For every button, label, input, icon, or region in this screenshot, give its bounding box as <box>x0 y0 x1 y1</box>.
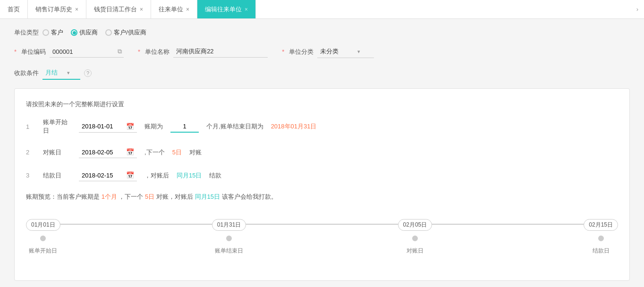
tab-home[interactable]: 首页 <box>0 0 28 18</box>
tab-sales-order-history[interactable]: 销售订单历史 × <box>28 0 86 18</box>
radio-supplier[interactable]: 供应商 <box>71 28 98 37</box>
required-star: * <box>138 48 140 55</box>
node-date-1: 01月31日 <box>212 219 246 231</box>
help-icon[interactable]: ? <box>84 69 92 77</box>
unit-name-input[interactable] <box>173 46 268 58</box>
period-input[interactable] <box>170 121 199 133</box>
reconcile-date-input[interactable] <box>82 149 124 156</box>
timeline-nodes: 01月01日 账单开始日 01月31日 账单结束日 02月05日 对账日 02月… <box>26 220 618 255</box>
card-title: 请按照未来的一个完整帐期进行设置 <box>26 100 618 109</box>
start-date-field: 📅 <box>79 121 137 133</box>
tab-partner-units-label: 往来单位 <box>159 5 183 14</box>
setting-row-3: 3 结款日 📅 ，对账后 同月15日 结款 <box>26 169 618 181</box>
reconcile-prefix: ,下一个 <box>144 148 165 157</box>
preview-label: 账期预览：当前客户账期是 <box>26 193 100 200</box>
radio-group: 客户 供应商 客户/供应商 <box>42 28 146 37</box>
settings-card: 请按照未来的一个完整帐期进行设置 1 账单开始日 📅 账期为 个月,账单结束日期… <box>14 88 630 281</box>
node-circle-0 <box>40 236 46 241</box>
preview-month-day: 同月15日 <box>195 193 220 200</box>
timeline-node-2: 02月05日 对账日 <box>398 220 432 255</box>
radio-customer-supplier-label: 客户/供应商 <box>114 28 146 37</box>
row-num-3: 3 <box>26 172 35 179</box>
radio-circle-customer <box>42 29 49 36</box>
payment-condition-label: 收款条件 <box>14 69 39 77</box>
tab-sales-order-history-label: 销售订单历史 <box>35 5 72 14</box>
timeline-node-1: 01月31日 账单结束日 <box>212 220 246 255</box>
timeline: 01月01日 账单开始日 01月31日 账单结束日 02月05日 对账日 02月… <box>26 212 618 269</box>
unit-type-field: 单位类型 客户 供应商 客户/供应商 <box>14 28 146 37</box>
tab-edit-partner-unit[interactable]: 编辑往来单位 × <box>197 0 256 18</box>
radio-supplier-label: 供应商 <box>79 28 98 37</box>
tab-more-button[interactable]: › <box>631 0 644 18</box>
unit-category-label: 单位分类 <box>289 48 314 56</box>
row-num-1: 1 <box>26 123 35 130</box>
preview-day: 5日 <box>145 193 154 200</box>
timeline-node-3: 02月15日 结款日 <box>584 220 618 255</box>
calendar-icon[interactable]: 📅 <box>126 171 134 179</box>
unit-code-label: 单位编码 <box>21 48 46 56</box>
node-circle-1 <box>226 236 232 241</box>
node-date-0: 01月01日 <box>26 219 60 231</box>
end-date-highlight: 2018年01月31日 <box>271 122 317 131</box>
unit-category-value: 未分类 <box>320 47 339 56</box>
calendar-icon[interactable]: 📅 <box>126 148 134 156</box>
tab-edit-partner-unit-label: 编辑往来单位 <box>205 5 242 14</box>
radio-circle-customer-supplier <box>105 29 112 36</box>
tab-cash-reconciliation[interactable]: 钱货日清工作台 × <box>86 0 151 18</box>
payment-day-highlight: 同月15日 <box>177 171 202 180</box>
calendar-icon[interactable]: 📅 <box>126 123 134 130</box>
unit-code-input-wrapper: ⧉ <box>50 46 124 58</box>
payment-condition-value: 月结 <box>45 68 58 77</box>
period-suffix: 个月,账单结束日期为 <box>206 122 263 131</box>
payment-date-field: 📅 <box>79 169 137 181</box>
unit-name-label: 单位名称 <box>145 48 169 56</box>
close-icon[interactable]: × <box>186 6 189 13</box>
payment-suffix: 结款 <box>209 171 221 180</box>
tab-cash-reconciliation-label: 钱货日清工作台 <box>94 5 137 14</box>
row-label-3: 结款日 <box>43 171 71 180</box>
start-date-input[interactable] <box>82 123 124 130</box>
tab-partner-units[interactable]: 往来单位 × <box>151 0 197 18</box>
chevron-down-icon: ▾ <box>67 70 70 76</box>
copy-icon[interactable]: ⧉ <box>116 48 124 55</box>
required-star: * <box>282 48 284 55</box>
reconcile-suffix: 对账 <box>189 148 202 157</box>
setting-row-1: 1 账单开始日 📅 账期为 个月,账单结束日期为 2018年01月31日 <box>26 118 618 135</box>
payment-condition-field: 收款条件 月结 ▾ ? <box>14 67 92 80</box>
unit-code-field: * 单位编码 ⧉ <box>14 46 124 58</box>
close-icon[interactable]: × <box>140 6 143 13</box>
unit-category-select[interactable]: 未分类 ▾ <box>317 45 374 58</box>
node-circle-3 <box>598 236 604 241</box>
preview-period: 1个月 <box>102 193 117 200</box>
radio-customer-supplier[interactable]: 客户/供应商 <box>105 28 146 37</box>
unit-code-input[interactable] <box>50 46 116 57</box>
payment-date-input[interactable] <box>82 172 124 179</box>
unit-code-name-row: * 单位编码 ⧉ * 单位名称 * 单位分类 未分类 ▾ <box>14 45 630 58</box>
preview-end: 该客户会给我打款。 <box>222 193 277 200</box>
node-label-3: 结款日 <box>593 247 610 255</box>
preview-section: 账期预览：当前客户账期是 1个月 ，下一个 5日 对账，对账后 同月15日 该客… <box>26 193 618 201</box>
unit-type-label: 单位类型 <box>14 28 39 37</box>
node-label-2: 对账日 <box>407 247 424 255</box>
preview-mid1: ，下一个 <box>119 193 143 200</box>
close-icon[interactable]: × <box>245 6 248 13</box>
node-date-2: 02月05日 <box>398 219 432 231</box>
row-label-2: 对账日 <box>43 148 71 157</box>
row-label-1: 账单开始日 <box>43 118 71 135</box>
setting-row-2: 2 对账日 📅 ,下一个 5日 对账 <box>26 146 618 158</box>
radio-customer[interactable]: 客户 <box>42 28 63 37</box>
radio-customer-label: 客户 <box>51 28 63 37</box>
tab-home-label: 首页 <box>8 5 20 14</box>
chevron-down-icon: ▾ <box>357 49 360 55</box>
timeline-node-0: 01月01日 账单开始日 <box>26 220 60 255</box>
preview-mid2: 对账，对账后 <box>156 193 193 200</box>
unit-type-row: 单位类型 客户 供应商 客户/供应商 <box>14 28 630 37</box>
radio-circle-supplier <box>71 29 77 36</box>
payment-condition-select[interactable]: 月结 ▾ <box>42 67 80 80</box>
node-label-1: 账单结束日 <box>215 247 243 255</box>
reconcile-day-highlight: 5日 <box>172 148 182 157</box>
period-label: 账期为 <box>144 122 163 131</box>
close-icon[interactable]: × <box>75 6 78 13</box>
required-star: * <box>14 48 17 55</box>
payment-condition-row: 收款条件 月结 ▾ ? <box>14 67 630 80</box>
